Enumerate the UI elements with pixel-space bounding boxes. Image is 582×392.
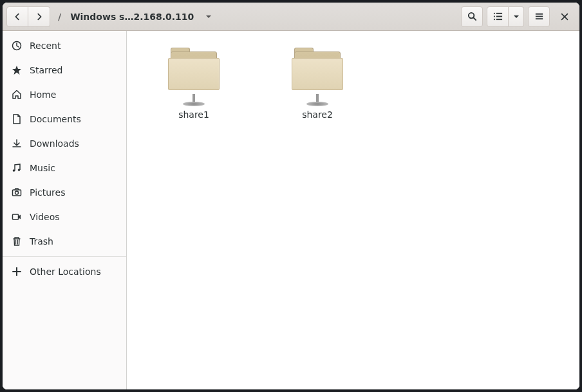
svg-rect-15 [13,214,19,219]
toolbar-right [461,6,576,27]
svg-rect-9 [535,18,542,19]
network-folder-icon [286,46,348,108]
svg-rect-2 [496,13,502,14]
svg-rect-8 [535,16,542,17]
sidebar-item-documents[interactable]: Documents [3,107,126,131]
trash-icon [12,236,22,247]
svg-point-14 [15,191,19,194]
sidebar: Recent Starred Home Documents Downloads … [3,31,127,389]
sidebar-item-label: Trash [30,236,53,247]
menu-button[interactable] [528,6,550,27]
sidebar-item-label: Recent [30,41,61,51]
search-button[interactable] [461,6,483,27]
sidebar-item-label: Other Locations [30,266,101,277]
sidebar-item-home[interactable]: Home [3,82,126,107]
search-icon [467,12,477,21]
sidebar-item-label: Videos [30,212,60,222]
sidebar-item-label: Pictures [30,187,65,198]
home-icon [12,89,22,100]
star-icon [12,65,22,75]
path-dropdown[interactable] [202,14,216,20]
toolbar: / Windows s…2.168.0.110 [3,3,579,31]
folder-item[interactable]: share2 [256,41,379,125]
download-icon [12,138,22,149]
chevron-left-icon [13,12,22,21]
folder-item[interactable]: share1 [132,41,256,125]
close-button[interactable] [554,6,576,27]
hamburger-icon [534,12,544,21]
caret-down-icon [513,14,520,20]
clock-icon [12,41,22,51]
nav-buttons [6,6,50,27]
forward-button[interactable] [28,6,50,27]
svg-rect-3 [493,16,494,17]
sidebar-separator [3,256,126,257]
sidebar-item-recent[interactable]: Recent [3,33,126,58]
sidebar-item-downloads[interactable]: Downloads [3,131,126,156]
network-folder-icon [163,46,225,108]
sidebar-item-starred[interactable]: Starred [3,58,126,82]
svg-rect-1 [493,13,494,14]
sidebar-item-label: Starred [30,65,62,75]
close-icon [560,12,569,21]
camera-icon [12,187,22,198]
chevron-right-icon [35,12,44,21]
body: Recent Starred Home Documents Downloads … [3,31,579,389]
sidebar-item-label: Music [30,163,55,173]
svg-rect-4 [496,16,502,17]
sidebar-item-trash[interactable]: Trash [3,229,126,254]
svg-point-12 [18,169,21,171]
view-toggle-button[interactable] [487,6,509,27]
svg-rect-7 [535,14,542,15]
view-options-button[interactable] [509,6,524,27]
sidebar-item-label: Documents [30,114,81,124]
path-root[interactable]: / [57,6,62,27]
svg-rect-5 [493,19,494,20]
back-button[interactable] [6,6,28,27]
file-manager-window: / Windows s…2.168.0.110 [2,2,580,390]
svg-point-11 [13,169,15,172]
sidebar-item-videos[interactable]: Videos [3,205,126,229]
documents-icon [12,114,22,124]
file-label: share1 [178,109,209,120]
view-buttons [487,6,524,27]
list-icon [493,12,503,21]
caret-down-icon [205,14,212,20]
sidebar-item-other-locations[interactable]: Other Locations [3,259,126,284]
svg-rect-6 [496,19,502,20]
path-current[interactable]: Windows s…2.168.0.110 [64,6,200,27]
sidebar-item-label: Home [30,89,56,100]
video-icon [12,212,22,222]
pathbar: / Windows s…2.168.0.110 [57,6,455,27]
plus-icon [12,266,22,277]
file-label: share2 [302,109,333,120]
music-icon [12,163,22,173]
sidebar-item-label: Downloads [30,138,79,149]
file-view[interactable]: share1 share2 [127,31,579,389]
sidebar-item-pictures[interactable]: Pictures [3,180,126,205]
sidebar-item-music[interactable]: Music [3,156,126,180]
